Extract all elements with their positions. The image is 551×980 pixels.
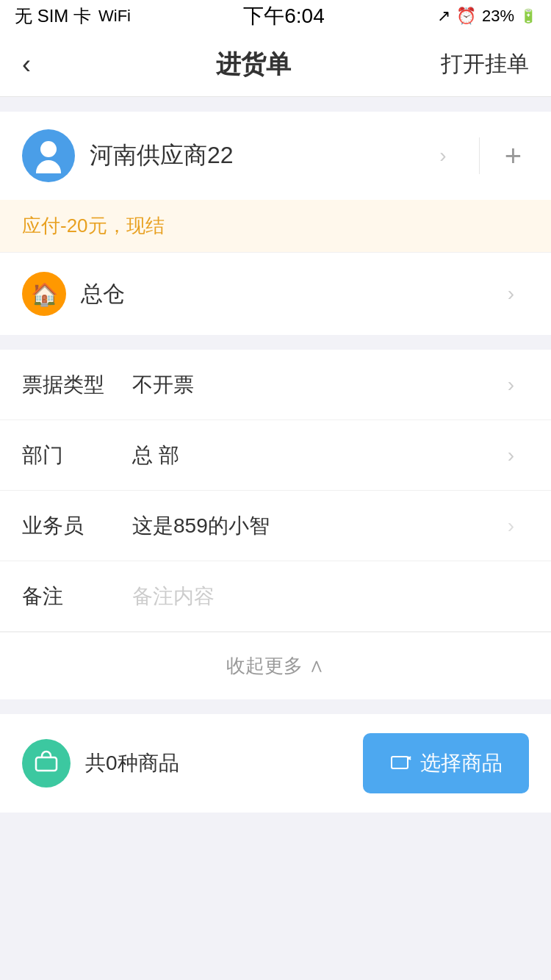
warehouse-chevron-icon: › <box>508 282 514 306</box>
product-count: 共0种商品 <box>85 749 363 777</box>
collapse-row[interactable]: 收起更多 ∧ <box>0 632 551 699</box>
vertical-divider <box>479 137 480 174</box>
page-title: 进货单 <box>216 48 291 82</box>
department-value: 总 部 <box>125 442 508 469</box>
remark-input[interactable]: 备注内容 <box>125 583 529 610</box>
warehouse-name: 总仓 <box>81 279 508 309</box>
invoice-label: 票据类型 <box>22 371 125 399</box>
status-bar: 无 SIM 卡 WiFi 下午6:04 ↗ ⏰ 23% 🔋 <box>0 0 551 32</box>
svg-rect-0 <box>36 757 57 771</box>
battery-icon: 🔋 <box>520 8 536 24</box>
avatar-person-icon <box>34 141 63 170</box>
status-left: 无 SIM 卡 WiFi <box>15 4 131 28</box>
supplier-avatar <box>22 129 75 182</box>
supplier-chevron-icon: › <box>439 144 446 167</box>
notice-text: 应付-20元，现结 <box>22 215 165 237</box>
remark-label: 备注 <box>22 583 125 610</box>
collapse-text: 收起更多 ∧ <box>226 653 324 679</box>
invoice-value: 不开票 <box>125 371 508 399</box>
open-pending-button[interactable]: 打开挂单 <box>441 49 529 79</box>
wifi-icon: WiFi <box>98 7 131 26</box>
product-area: 共0种商品 选择商品 <box>0 714 551 813</box>
clock: 下午6:04 <box>243 2 325 30</box>
back-button[interactable]: ‹ <box>22 49 66 80</box>
svg-rect-1 <box>392 757 408 768</box>
supplier-section: 河南供应商22 › + 应付-20元，现结 🏠 总仓 › <box>0 112 551 335</box>
department-row[interactable]: 部门 总 部 › <box>0 420 551 491</box>
warehouse-row[interactable]: 🏠 总仓 › <box>0 252 551 335</box>
alarm-icon: ⏰ <box>456 7 476 26</box>
select-product-icon <box>389 752 413 775</box>
supplier-name: 河南供应商22 <box>90 140 439 172</box>
select-product-button[interactable]: 选择商品 <box>363 733 529 793</box>
remark-row[interactable]: 备注 备注内容 <box>0 561 551 632</box>
invoice-row[interactable]: 票据类型 不开票 › <box>0 350 551 420</box>
status-right: ↗ ⏰ 23% 🔋 <box>437 7 536 26</box>
gray-bottom <box>0 813 551 980</box>
location-icon: ↗ <box>437 7 450 26</box>
select-product-label: 选择商品 <box>420 749 503 777</box>
warehouse-icon: 🏠 <box>22 272 66 316</box>
form-section: 票据类型 不开票 › 部门 总 部 › 业务员 这是859的小智 › 备注 备注… <box>0 350 551 699</box>
add-supplier-button[interactable]: + <box>497 140 529 173</box>
department-chevron-icon: › <box>508 444 514 467</box>
invoice-chevron-icon: › <box>508 373 514 397</box>
notice-banner: 应付-20元，现结 <box>0 200 551 252</box>
nav-bar: ‹ 进货单 打开挂单 <box>0 32 551 97</box>
salesperson-chevron-icon: › <box>508 514 514 538</box>
section-gap-1 <box>0 97 551 112</box>
supplier-row[interactable]: 河南供应商22 › + <box>0 112 551 200</box>
product-icon <box>22 739 71 788</box>
department-label: 部门 <box>22 442 125 469</box>
salesperson-value: 这是859的小智 <box>125 512 508 540</box>
salesperson-row[interactable]: 业务员 这是859的小智 › <box>0 491 551 561</box>
carrier-text: 无 SIM 卡 <box>15 4 91 28</box>
salesperson-label: 业务员 <box>22 512 125 540</box>
battery-text: 23% <box>482 7 514 26</box>
